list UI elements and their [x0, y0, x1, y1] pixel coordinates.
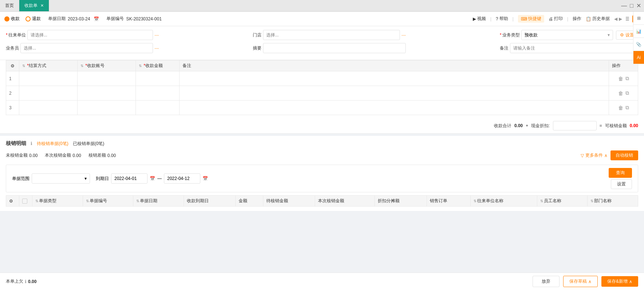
list-view-icon[interactable]: ☰ — [624, 15, 631, 23]
cell-remark-3[interactable] — [180, 101, 609, 115]
next-icon[interactable]: ▶ — [619, 16, 622, 21]
stats-row: 未核销金额 0.00 本次核销金额 0.00 核销差额 0.00 ▽ 更多条件 … — [6, 150, 638, 160]
lt-col-settings[interactable]: ⚙ — [6, 196, 19, 207]
tab-receipt-close[interactable]: ✕ — [40, 3, 44, 8]
cell-settlement-2[interactable] — [19, 86, 78, 101]
row-num-2: 2 — [6, 91, 15, 96]
shortcut-button[interactable]: ⌨ 快捷键 — [518, 15, 544, 23]
right-panel-attachment-icon[interactable]: 📎 — [633, 38, 644, 51]
store-more-btn[interactable]: ··· — [401, 32, 406, 38]
receipt-radio-dot — [4, 16, 9, 21]
cell-amount-2[interactable] — [136, 86, 180, 101]
range-select[interactable]: ▾ — [32, 173, 90, 184]
salesperson-more-btn[interactable]: ··· — [154, 45, 159, 51]
lt-sort-6: ⇅ — [590, 199, 593, 203]
right-panel-screenshot-icon[interactable]: Ai — [633, 51, 644, 64]
diff-value: 0.00 — [107, 153, 116, 158]
salesperson-field: 业务员 ··· — [6, 43, 159, 53]
copy-icon-2[interactable]: ⧉ — [625, 90, 629, 96]
store-input[interactable] — [263, 30, 400, 40]
cell-account-3[interactable] — [78, 101, 136, 115]
pending-tab-link[interactable]: 待核销单据(0笔) — [37, 141, 68, 147]
more-conditions-btn[interactable]: ▽ 更多条件 ∧ — [581, 152, 608, 158]
abandon-button[interactable]: 放弃 — [533, 276, 559, 287]
lt-col-date: ⇅单据日期 — [133, 196, 184, 207]
select-all-checkbox[interactable] — [22, 199, 27, 204]
save-draft-button[interactable]: 保存草稿 ∧ — [563, 276, 598, 287]
minimize-button[interactable]: — — [621, 3, 627, 9]
lt-sort-1: ⇅ — [35, 199, 38, 203]
row-num-1: 1 — [6, 76, 15, 81]
summary-label: 摘要 — [253, 45, 262, 51]
lt-col-number: ⇅单据编号 — [83, 196, 133, 207]
counterparty-input[interactable] — [27, 30, 153, 40]
right-panel-table-icon[interactable]: ⊞ — [633, 12, 644, 25]
tab-receipt[interactable]: 收款单 ✕ — [19, 0, 49, 11]
prev-icon[interactable]: ◀ — [614, 16, 617, 21]
auto-writeoff-button[interactable]: 自动核销 — [610, 150, 638, 160]
table-row: 3 🗑 ⧉ — [6, 101, 638, 115]
cell-account-1[interactable] — [78, 71, 136, 86]
form-section: * 往来单位 ··· 门店 ··· * 业务类型 预收款 ▾ ⚙ 设置 — [0, 26, 644, 60]
action-cell-1: 🗑 ⧉ — [609, 75, 638, 82]
counterparty-field: * 往来单位 ··· — [6, 30, 159, 40]
right-panel-chart-icon[interactable]: 📊 — [633, 25, 644, 38]
counterparty-label: 往来单位 — [8, 32, 26, 38]
cell-amount-3[interactable] — [136, 101, 180, 115]
history-button[interactable]: 📋 历史单据 — [586, 16, 610, 22]
tab-bar: 首页 收款单 ✕ — □ ✕ — [0, 0, 644, 12]
lt-sort-5: ⇅ — [540, 199, 543, 203]
delete-icon-2[interactable]: 🗑 — [618, 90, 623, 96]
operation-button[interactable]: 操作 — [573, 16, 581, 22]
cell-settlement-1[interactable] — [19, 71, 78, 86]
writeoff-info-icon[interactable]: ℹ — [31, 141, 32, 146]
date-cal-icon-end[interactable]: 📅 — [203, 176, 208, 181]
discount-input[interactable] — [553, 121, 597, 130]
counterparty-more-btn[interactable]: ··· — [154, 32, 159, 38]
help-button[interactable]: ? 帮助 — [496, 16, 508, 22]
more-conditions-label: 更多条件 — [585, 152, 603, 158]
cell-amount-1[interactable] — [136, 71, 180, 86]
range-label: 单据范围 — [12, 176, 30, 182]
info-icon-bottom: ℹ — [25, 279, 27, 284]
refund-radio[interactable]: 退款 — [25, 16, 41, 22]
summary-input[interactable] — [263, 43, 406, 53]
delete-icon-1[interactable]: 🗑 — [618, 76, 623, 82]
copy-icon-1[interactable]: ⧉ — [625, 75, 629, 82]
salesperson-input[interactable] — [20, 43, 153, 53]
lt-sort-2: ⇅ — [86, 199, 89, 203]
bottom-stat: 本单上欠 ℹ 0.00 — [6, 278, 36, 285]
copy-icon-3[interactable]: ⧉ — [625, 105, 629, 111]
cell-remark-1[interactable] — [180, 71, 609, 86]
lower-table-section: ⚙ ⇅单据类型 ⇅单据编号 ⇅单据日期 收款到期日 金额 — [6, 195, 638, 207]
cell-account-2[interactable] — [78, 86, 136, 101]
save-new-chevron: ∧ — [629, 279, 632, 284]
due-start-input[interactable] — [111, 173, 148, 184]
col-settings-header[interactable]: ⚙ — [6, 60, 19, 71]
tab-home[interactable]: 首页 — [0, 0, 19, 11]
close-button[interactable]: ✕ — [636, 2, 641, 9]
date-value: 2023-03-24 — [68, 16, 90, 21]
current-label: 本次核销金额 — [45, 152, 71, 158]
receipt-radio[interactable]: 收款 — [4, 16, 20, 22]
date-calendar-icon[interactable]: 📅 — [94, 16, 99, 21]
delete-icon-3[interactable]: 🗑 — [618, 105, 623, 111]
save-new-button[interactable]: 保存&新增 ∧ — [601, 276, 638, 287]
due-end-input[interactable] — [164, 173, 200, 184]
unchecked-value: 0.00 — [29, 153, 38, 158]
lt-gear-icon: ⚙ — [9, 199, 13, 204]
print-button[interactable]: 🖨 打印 — [549, 16, 563, 22]
maximize-button[interactable]: □ — [630, 3, 633, 9]
video-button[interactable]: ▶ 视频 — [473, 16, 486, 22]
query-button[interactable]: 查询 — [609, 168, 632, 178]
remark-input[interactable] — [510, 43, 638, 53]
lt-col-checkbox[interactable] — [19, 196, 32, 207]
cell-remark-2[interactable] — [180, 86, 609, 101]
cell-settlement-3[interactable] — [19, 101, 78, 115]
col-account-header: ⇅ *收款账号 — [78, 60, 136, 71]
date-cal-icon-start[interactable]: 📅 — [150, 176, 155, 181]
summary-label3: 可核销金额 — [605, 123, 627, 129]
business-type-select[interactable]: 预收款 ▾ — [521, 30, 613, 40]
filter-settings-button[interactable]: 设置 — [611, 179, 632, 189]
done-tab-link[interactable]: 已核销单据(0笔) — [73, 141, 105, 147]
